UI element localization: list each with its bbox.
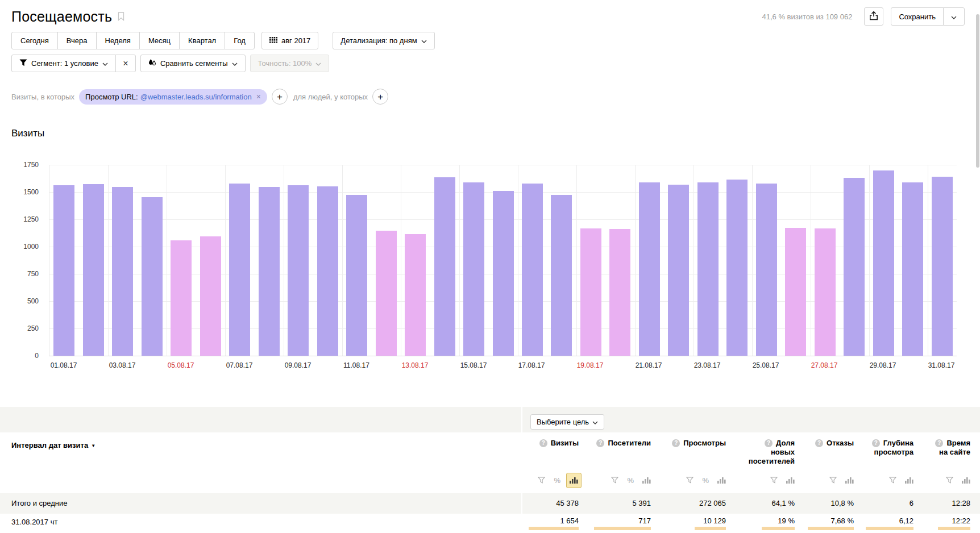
filter-funnel-icon[interactable] [829,477,837,484]
y-axis-tick: 500 [27,297,39,305]
bar-04.08.17[interactable] [142,197,163,356]
bar-chart-icon[interactable] [962,477,970,484]
help-icon[interactable]: ? [596,439,604,447]
goal-select-dropdown[interactable]: Выберите цель [530,414,604,430]
url-filter-chip[interactable]: Просмотр URL: @webmaster.leads.su/inform… [79,89,267,105]
bar-12.08.17[interactable] [376,231,397,356]
filter-funnel-icon[interactable] [889,477,896,484]
filter-funnel-icon[interactable] [686,477,694,484]
compare-segments-dropdown[interactable]: Сравнить сегменты [140,55,246,72]
chip-url-link[interactable]: @webmaster.leads.su/information [140,93,252,101]
bar-20.08.17[interactable] [609,229,630,356]
column-header-6[interactable]: ?Времяна сайте [913,439,970,466]
bar-chart-icon[interactable] [845,477,854,484]
help-icon[interactable]: ? [815,439,823,447]
help-icon[interactable]: ? [935,439,943,447]
bar-28.08.17[interactable] [844,178,865,356]
accuracy-dropdown[interactable]: Точность: 100% [250,55,330,72]
day-cell-value[interactable]: 717 [579,517,651,525]
bar-07.08.17[interactable] [229,184,250,356]
bar-01.08.17[interactable] [53,185,74,356]
bar-chart-icon[interactable] [905,477,913,484]
bar-09.08.17[interactable] [288,185,309,356]
segment-dropdown[interactable]: Сегмент: 1 условие [11,55,116,72]
period-button-2[interactable]: Неделя [96,32,140,49]
bar-26.08.17[interactable] [785,228,806,356]
column-header-4[interactable]: ?Отказы [795,439,854,466]
bar-15.08.17[interactable] [463,182,484,356]
bar-chart-icon[interactable] [786,477,795,484]
column-header-5[interactable]: ?Глубинапросмотра [854,439,913,466]
percent-icon[interactable]: % [702,476,709,485]
bar-08.08.17[interactable] [259,187,280,356]
add-people-condition-button[interactable]: + [372,89,388,105]
chip-remove-icon[interactable]: × [256,92,261,101]
dimension-header-label: Интервал дат визита [11,441,88,449]
export-button[interactable] [864,7,883,26]
save-button[interactable]: Сохранить [891,7,944,26]
column-header-3[interactable]: ?Доляновыхпосетителей [726,439,795,466]
bar-10.08.17[interactable] [317,186,338,356]
bar-31.08.17[interactable] [932,177,953,356]
period-button-4[interactable]: Квартал [179,32,225,49]
bar-21.08.17[interactable] [639,182,660,356]
period-button-3[interactable]: Месяц [139,32,180,49]
bar-18.08.17[interactable] [551,195,572,356]
y-axis-tick: 1500 [23,188,39,196]
filter-funnel-icon[interactable] [770,477,778,484]
bar-chart-icon[interactable] [717,477,726,484]
bar-14.08.17[interactable] [434,177,455,356]
day-cell-value[interactable]: 12:22 [913,517,970,525]
detalization-label: Детализация: по дням [340,36,417,45]
column-header-1[interactable]: ?Посетители [579,439,651,466]
day-row-label[interactable]: 31.08.2017 чт [11,518,57,526]
bar-03.08.17[interactable] [112,187,133,356]
date-range-button[interactable]: авг 2017 [261,32,318,49]
help-icon[interactable]: ? [765,439,773,447]
day-cell-value[interactable]: 1 654 [522,517,579,525]
dimension-header[interactable]: Интервал дат визита▼ [11,441,95,449]
bar-22.08.17[interactable] [668,185,689,356]
percent-icon[interactable]: % [554,476,560,485]
day-cell-value[interactable]: 19 % [726,517,795,525]
x-axis-tick: 09.08.17 [280,361,316,369]
period-button-5[interactable]: Год [225,32,255,49]
segment-remove-button[interactable]: × [115,55,136,72]
help-icon[interactable]: ? [539,439,547,447]
column-headers: ?Визиты?Посетители?Просмотры?Доляновыхпо… [522,439,970,466]
value-bar [866,527,913,530]
bar-17.08.17[interactable] [522,184,543,356]
filter-funnel-icon[interactable] [611,477,618,484]
bar-30.08.17[interactable] [902,182,923,356]
bar-27.08.17[interactable] [815,228,836,356]
add-visit-condition-button[interactable]: + [272,89,288,105]
day-cell-value[interactable]: 10 129 [651,517,726,525]
bar-05.08.17[interactable] [171,240,192,356]
day-cell-value[interactable]: 7,68 % [795,517,854,525]
period-button-0[interactable]: Сегодня [11,32,58,49]
bar-chart-icon[interactable] [642,477,651,484]
filter-funnel-icon[interactable] [538,477,545,484]
help-icon[interactable]: ? [672,439,680,447]
column-header-2[interactable]: ?Просмотры [651,439,726,466]
bar-06.08.17[interactable] [200,236,221,356]
bar-02.08.17[interactable] [83,184,104,356]
bar-23.08.17[interactable] [697,182,719,356]
bar-13.08.17[interactable] [405,234,426,356]
help-icon[interactable]: ? [872,439,880,447]
column-header-0[interactable]: ?Визиты [522,439,579,466]
bar-11.08.17[interactable] [346,195,367,356]
scrollbar[interactable] [976,14,979,168]
bar-19.08.17[interactable] [580,228,601,356]
day-cell-value[interactable]: 6,12 [854,517,913,525]
bar-24.08.17[interactable] [726,180,748,356]
bar-29.08.17[interactable] [873,170,894,356]
period-button-1[interactable]: Вчера [57,32,97,49]
percent-icon[interactable]: % [627,476,634,485]
save-menu-button[interactable] [943,7,965,26]
bar-25.08.17[interactable] [756,184,777,356]
bar-16.08.17[interactable] [493,191,514,356]
filter-funnel-icon[interactable] [946,477,953,484]
detalization-dropdown[interactable]: Детализация: по дням [333,32,434,49]
bookmark-icon[interactable] [118,12,124,21]
